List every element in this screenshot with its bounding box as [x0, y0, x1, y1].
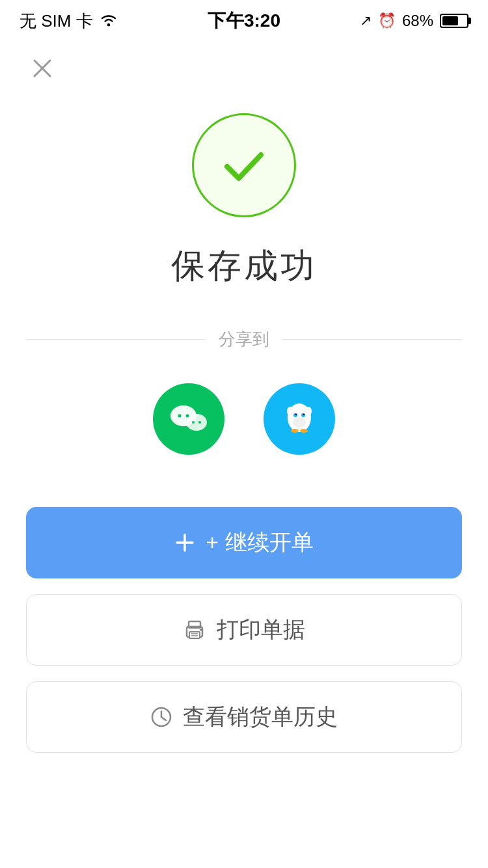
svg-point-8 [198, 421, 201, 424]
print-button[interactable]: 打印单据 [26, 594, 462, 666]
svg-point-13 [295, 413, 296, 414]
divider-right [282, 339, 462, 340]
alarm-icon: ⏰ [378, 12, 396, 29]
svg-point-4 [186, 414, 207, 431]
svg-point-17 [305, 407, 312, 416]
qq-share-button[interactable] [264, 383, 335, 455]
svg-line-31 [161, 717, 166, 720]
svg-point-28 [200, 629, 202, 631]
location-icon: ↗ [360, 12, 372, 29]
wechat-share-button[interactable] [153, 383, 224, 455]
printer-icon [183, 619, 206, 641]
svg-point-6 [185, 414, 189, 417]
svg-point-18 [293, 417, 306, 427]
main-content: 保存成功 分享到 [0, 42, 488, 753]
svg-point-20 [300, 429, 308, 433]
svg-point-5 [178, 414, 181, 417]
status-right: ↗ ⏰ 68% [360, 12, 468, 30]
success-title: 保存成功 [171, 243, 317, 289]
history-button[interactable]: 查看销货单历史 [26, 681, 462, 753]
svg-point-19 [291, 429, 299, 433]
svg-point-11 [293, 413, 297, 417]
status-carrier: 无 SIM 卡 [20, 10, 119, 33]
action-buttons: + 继续开单 打印单据 查看销货单历史 [26, 507, 462, 753]
plus-icon [174, 532, 195, 553]
checkmark-icon [218, 139, 270, 191]
continue-button[interactable]: + 继续开单 [26, 507, 462, 578]
svg-point-0 [107, 23, 110, 26]
battery-percentage: 68% [402, 12, 433, 30]
svg-rect-25 [189, 632, 200, 638]
clock-icon [150, 706, 172, 728]
status-time: 下午3:20 [208, 8, 280, 33]
svg-point-12 [301, 413, 305, 417]
divider-left [26, 339, 206, 340]
svg-point-14 [303, 413, 304, 414]
wifi-icon [98, 11, 119, 31]
battery-icon [440, 14, 468, 28]
share-divider: 分享到 [26, 328, 462, 351]
svg-point-16 [287, 407, 293, 416]
close-button[interactable] [26, 52, 59, 85]
status-bar: 无 SIM 卡 下午3:20 ↗ ⏰ 68% [0, 0, 488, 42]
qq-icon [278, 398, 321, 441]
success-circle [192, 113, 296, 217]
share-icons-row [153, 383, 335, 455]
wechat-icon [168, 401, 210, 437]
svg-point-7 [192, 421, 195, 424]
share-label: 分享到 [219, 328, 269, 351]
